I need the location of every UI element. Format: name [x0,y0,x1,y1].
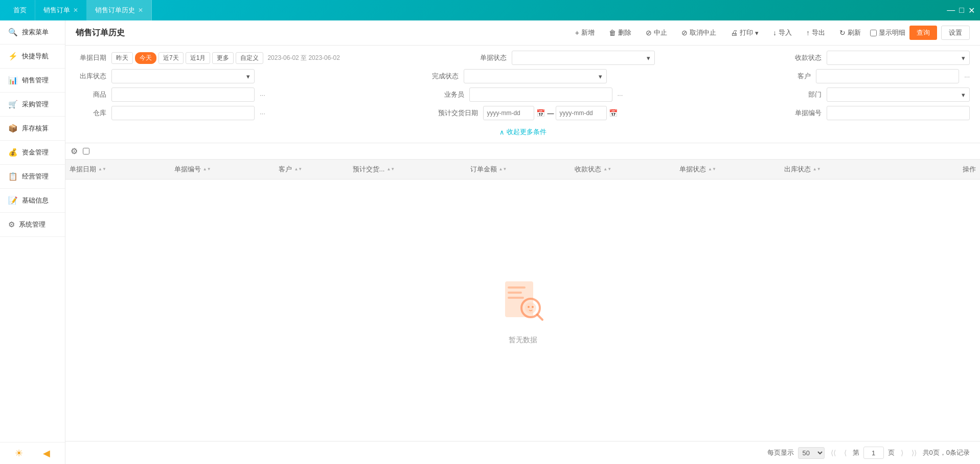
department-select[interactable]: ▾ [827,87,970,102]
date-calendar-icon-2[interactable]: 📅 [609,109,618,117]
sidebar-item-operations[interactable]: 📋 经营管理 [0,165,65,189]
outbound-label: 出库状态 [76,72,106,81]
tab-sales-order-history-close[interactable]: ✕ [138,7,143,14]
outbound-select[interactable]: ▾ [111,69,255,83]
warehouse-more-icon[interactable]: ··· [260,109,265,117]
delete-button[interactable]: 🗑 删除 [604,26,636,40]
cancel-stop-button[interactable]: ⊘ 取消中止 [676,26,721,40]
sort-icon-customer[interactable]: ▲▼ [294,167,302,171]
outbound-arrow: ▾ [246,73,250,80]
sidebar-item-search[interactable]: 🔍 搜索菜单 [0,20,65,45]
sort-icon-outbound[interactable]: ▲▼ [813,167,821,171]
search-menu-icon: 🔍 [8,28,18,37]
status-select[interactable]: ▾ [512,51,655,65]
tab-sales-order-close[interactable]: ✕ [73,7,78,14]
pagination: 每页显示 50 10 20 100 ⟨⟨ ⟨ 第 页 ⟩ ⟩⟩ 共0页，0条记录 [65,441,980,464]
collapse-text: 收起更多条件 [507,127,546,137]
add-button[interactable]: + 新增 [570,26,600,40]
sidebar-item-purchase[interactable]: 🛒 采购管理 [0,93,65,117]
goods-more-icon[interactable]: ··· [260,91,265,99]
date-btn-more[interactable]: 更多 [212,52,234,64]
th-delivery-date: 预计交货... ▲▼ [349,160,466,180]
sidebar-settings-btn[interactable]: ☀ [15,448,23,459]
close-button[interactable]: ✕ [968,6,975,15]
table-select-all-checkbox[interactable] [83,148,89,154]
filter-row-3: 商品 ··· 业务员 ··· 部门 ▾ [76,87,970,102]
last-page-btn[interactable]: ⟩⟩ [909,448,919,458]
svg-rect-1 [508,286,526,289]
date-btn-custom[interactable]: 自定义 [236,52,263,64]
export-button[interactable]: ↑ 导出 [801,26,830,40]
print-label: 打印 [740,28,753,37]
per-page-select[interactable]: 50 10 20 100 [798,447,825,459]
page-input[interactable] [863,447,884,459]
voucher-no-input[interactable] [827,106,970,120]
department-arrow: ▾ [962,91,965,99]
customer-more-icon[interactable]: ··· [964,73,970,80]
th-action: 操作 [884,160,980,180]
print-icon: 🖨 [731,29,738,37]
import-label: 导入 [779,28,792,37]
toolbar: + 新增 🗑 删除 ⊘ 中止 ⊘ 取消中止 🖨 打印 [570,26,970,40]
warehouse-input[interactable] [111,106,255,120]
payment-status-select[interactable]: ▾ [827,51,970,65]
query-button[interactable]: 查询 [909,26,937,40]
salesperson-more-icon[interactable]: ··· [618,91,623,99]
maximize-button[interactable]: □ [959,6,964,15]
tab-home[interactable]: 首页 [5,0,35,20]
sidebar-collapse-btn[interactable]: ◀ [43,448,50,459]
sort-icon-voucher[interactable]: ▲▼ [203,167,211,171]
tab-sales-order[interactable]: 销售订单 ✕ [35,0,87,20]
customer-input[interactable] [816,69,959,83]
settings-button[interactable]: 设置 [941,26,970,40]
sidebar-item-system[interactable]: ⚙ 系统管理 [0,213,65,237]
display-columns-label[interactable]: 显示明细 [870,28,905,37]
th-voucher-status: 单据状态 ▲▼ [675,160,780,180]
top-bar: 首页 销售订单 ✕ 销售订单历史 ✕ — □ ✕ [0,0,980,20]
tab-sales-order-history[interactable]: 销售订单历史 ✕ [87,0,152,20]
date-btn-today[interactable]: 今天 [135,52,156,64]
filter-row-4: 仓库 ··· 预计交货日期 📅 — 📅 单据编号 [76,106,970,120]
sidebar-item-sales[interactable]: 📊 销售管理 [0,69,65,93]
prev-page-btn[interactable]: ⟨ [842,448,849,458]
sidebar-item-basic-info-label: 基础信息 [22,196,49,205]
collapse-btn[interactable]: ∧ 收起更多条件 [76,124,970,138]
sort-icon-vstatus[interactable]: ▲▼ [708,167,716,171]
salesperson-input[interactable] [469,87,612,102]
status-filter-label: 单据状态 [476,53,507,62]
stop-button[interactable]: ⊘ 中止 [641,26,672,40]
sidebar-item-quicknav[interactable]: ⚡ 快捷导航 [0,45,65,69]
sort-icon-delivery[interactable]: ▲▼ [386,167,395,171]
next-page-btn[interactable]: ⟩ [899,448,905,458]
date-btn-yesterday[interactable]: 昨天 [111,52,133,64]
display-columns-checkbox[interactable] [870,30,877,36]
payment-status-label: 收款状态 [791,53,822,62]
first-page-btn[interactable]: ⟨⟨ [829,448,838,458]
sidebar-item-inventory[interactable]: 📦 库存核算 [0,117,65,141]
import-button[interactable]: ↓ 导入 [768,26,797,40]
th-voucher-no: 单据编号 ▲▼ [170,160,275,180]
delivery-date-start[interactable] [483,106,534,120]
empty-text: 暂无数据 [509,336,537,345]
th-payment-status: 收款状态 ▲▼ [571,160,675,180]
date-calendar-icon-1[interactable]: 📅 [536,109,545,117]
date-btn-1month[interactable]: 近1月 [186,52,211,64]
refresh-button[interactable]: ↻ 刷新 [834,26,866,40]
minimize-button[interactable]: — [947,6,955,15]
svg-rect-3 [508,297,524,299]
date-separator: — [547,109,554,117]
sort-icon-payment[interactable]: ▲▼ [603,167,611,171]
sort-icon-date[interactable]: ▲▼ [98,167,106,171]
sidebar-item-basic-info[interactable]: 📝 基础信息 [0,189,65,213]
sidebar-item-search-label: 搜索菜单 [22,28,49,37]
completion-select[interactable]: ▾ [464,69,607,83]
delivery-date-end[interactable] [556,106,607,120]
date-btn-7days[interactable]: 近7天 [158,52,184,64]
svg-point-8 [532,306,534,308]
status-select-arrow: ▾ [647,54,650,62]
table-settings-btn[interactable]: ⚙ [71,146,78,156]
sort-icon-amount[interactable]: ▲▼ [499,167,507,171]
goods-input[interactable] [111,87,255,102]
print-button[interactable]: 🖨 打印 ▾ [725,26,764,40]
sidebar-item-finance[interactable]: 💰 资金管理 [0,141,65,165]
